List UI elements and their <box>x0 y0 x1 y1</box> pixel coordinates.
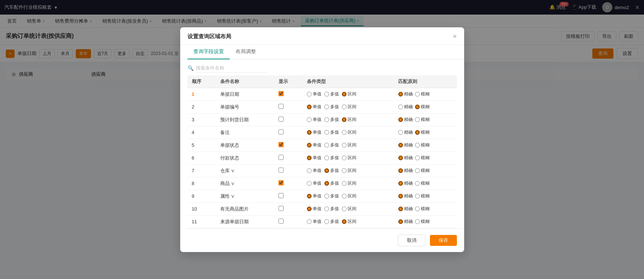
row-match[interactable]: 精确模糊 <box>394 152 457 164</box>
type-option[interactable]: 区间 <box>342 193 356 199</box>
save-btn[interactable]: 保存 <box>430 235 457 246</box>
type-option[interactable]: 区间 <box>342 219 356 225</box>
row-type[interactable]: 单值多值区间 <box>303 88 394 101</box>
row-type[interactable]: 单值多值区间 <box>303 215 394 228</box>
type-option[interactable]: 多值 <box>324 193 339 199</box>
match-option[interactable]: 模糊 <box>415 180 430 186</box>
type-option[interactable]: 多值 <box>324 104 339 110</box>
type-option[interactable]: 多值 <box>324 206 339 212</box>
match-option[interactable]: 精确 <box>398 155 413 161</box>
display-checkbox[interactable] <box>278 168 284 173</box>
display-checkbox[interactable] <box>278 219 284 224</box>
row-display[interactable] <box>274 190 303 203</box>
search-input[interactable] <box>196 64 269 72</box>
type-option[interactable]: 区间 <box>342 129 356 135</box>
type-option[interactable]: 多值 <box>324 117 339 123</box>
cancel-btn[interactable]: 取消 <box>398 235 426 246</box>
row-display[interactable] <box>274 113 303 126</box>
type-option[interactable]: 多值 <box>324 180 339 186</box>
row-type[interactable]: 单值多值区间 <box>303 177 394 190</box>
match-option[interactable]: 精确 <box>398 104 413 110</box>
match-option[interactable]: 精确 <box>398 180 413 186</box>
display-checkbox[interactable] <box>278 129 284 134</box>
type-option[interactable]: 区间 <box>342 142 356 148</box>
row-match[interactable]: 精确模糊 <box>394 203 457 215</box>
type-option[interactable]: 区间 <box>342 180 356 186</box>
row-display[interactable] <box>274 88 303 101</box>
match-option[interactable]: 模糊 <box>415 206 430 212</box>
type-option[interactable]: 多值 <box>324 129 339 135</box>
row-type[interactable]: 单值多值区间 <box>303 101 394 113</box>
display-checkbox[interactable] <box>278 117 284 122</box>
row-match[interactable]: 精确模糊 <box>394 126 457 139</box>
match-option[interactable]: 模糊 <box>415 168 430 174</box>
type-option[interactable]: 单值 <box>307 104 321 110</box>
match-option[interactable]: 精确 <box>398 142 413 148</box>
type-option[interactable]: 多值 <box>324 142 339 148</box>
row-display[interactable] <box>274 215 303 228</box>
display-checkbox[interactable] <box>278 193 284 198</box>
type-option[interactable]: 多值 <box>324 168 339 174</box>
type-option[interactable]: 区间 <box>342 117 356 123</box>
match-option[interactable]: 精确 <box>398 193 413 199</box>
modal-tab-layout[interactable]: 布局调整 <box>230 45 262 59</box>
type-option[interactable]: 单值 <box>307 91 321 97</box>
row-type[interactable]: 单值多值区间 <box>303 190 394 203</box>
row-match[interactable]: 精确模糊 <box>394 190 457 203</box>
display-checkbox[interactable] <box>278 142 284 147</box>
row-display[interactable] <box>274 126 303 139</box>
match-option[interactable]: 模糊 <box>415 129 430 135</box>
type-option[interactable]: 区间 <box>342 155 356 161</box>
match-option[interactable]: 模糊 <box>415 155 430 161</box>
match-option[interactable]: 精确 <box>398 117 413 123</box>
type-option[interactable]: 区间 <box>342 104 356 110</box>
type-option[interactable]: 区间 <box>342 91 356 97</box>
display-checkbox[interactable] <box>278 206 284 211</box>
type-option[interactable]: 多值 <box>324 219 339 225</box>
row-match[interactable]: 精确模糊 <box>394 101 457 113</box>
type-option[interactable]: 单值 <box>307 193 321 199</box>
type-option[interactable]: 单值 <box>307 219 321 225</box>
row-type[interactable]: 单值多值区间 <box>303 164 394 177</box>
match-option[interactable]: 精确 <box>398 219 413 225</box>
row-display[interactable] <box>274 177 303 190</box>
match-option[interactable]: 精确 <box>398 129 413 135</box>
type-option[interactable]: 单值 <box>307 168 321 174</box>
match-option[interactable]: 模糊 <box>415 91 430 97</box>
row-display[interactable] <box>274 101 303 113</box>
row-type[interactable]: 单值多值区间 <box>303 113 394 126</box>
type-option[interactable]: 单值 <box>307 117 321 123</box>
match-option[interactable]: 精确 <box>398 91 413 97</box>
type-option[interactable]: 多值 <box>324 155 339 161</box>
row-display[interactable] <box>274 203 303 215</box>
row-match[interactable]: 精确模糊 <box>394 88 457 101</box>
type-option[interactable]: 区间 <box>342 206 356 212</box>
type-option[interactable]: 多值 <box>324 91 339 97</box>
type-option[interactable]: 单值 <box>307 142 321 148</box>
match-option[interactable]: 模糊 <box>415 142 430 148</box>
match-option[interactable]: 模糊 <box>415 193 430 199</box>
type-option[interactable]: 单值 <box>307 129 321 135</box>
type-option[interactable]: 单值 <box>307 155 321 161</box>
row-display[interactable] <box>274 164 303 177</box>
row-display[interactable] <box>274 152 303 164</box>
row-type[interactable]: 单值多值区间 <box>303 203 394 215</box>
match-option[interactable]: 模糊 <box>415 219 430 225</box>
row-match[interactable]: 精确模糊 <box>394 139 457 152</box>
type-option[interactable]: 单值 <box>307 206 321 212</box>
match-option[interactable]: 精确 <box>398 168 413 174</box>
match-option[interactable]: 精确 <box>398 206 413 212</box>
row-display[interactable] <box>274 139 303 152</box>
display-checkbox[interactable] <box>278 180 284 185</box>
display-checkbox[interactable] <box>278 104 284 109</box>
match-option[interactable]: 模糊 <box>415 117 430 123</box>
modal-tab-fields[interactable]: 查询字段设置 <box>187 45 230 59</box>
row-match[interactable]: 精确模糊 <box>394 215 457 228</box>
row-match[interactable]: 精确模糊 <box>394 113 457 126</box>
row-match[interactable]: 精确模糊 <box>394 164 457 177</box>
row-type[interactable]: 单值多值区间 <box>303 126 394 139</box>
type-option[interactable]: 单值 <box>307 180 321 186</box>
display-checkbox[interactable] <box>278 155 284 160</box>
row-type[interactable]: 单值多值区间 <box>303 139 394 152</box>
display-checkbox[interactable] <box>278 91 284 96</box>
